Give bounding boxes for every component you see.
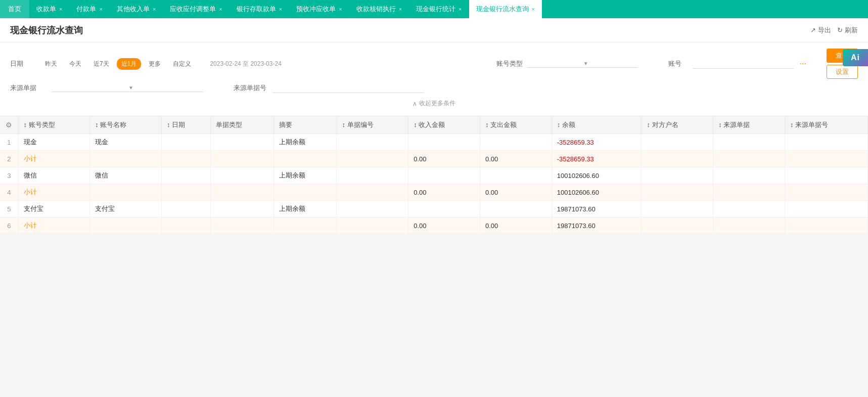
row-expense bbox=[480, 167, 552, 184]
col-doc-no-label: ↕ 单据编号 bbox=[342, 121, 373, 128]
nav-close-receipt[interactable]: × bbox=[59, 6, 62, 12]
date-btn-custom[interactable]: 自定义 bbox=[168, 58, 196, 70]
col-counterpart-label: ↕ 对方户名 bbox=[647, 121, 678, 128]
nav-close-ar-ap[interactable]: × bbox=[219, 6, 222, 12]
date-btn-more[interactable]: 更多 bbox=[144, 58, 165, 70]
nav-close-payment[interactable]: × bbox=[99, 6, 102, 12]
col-income: ↕ 收入金额 bbox=[408, 116, 480, 134]
date-btn-yesterday[interactable]: 昨天 bbox=[40, 58, 62, 70]
row-income bbox=[408, 201, 480, 217]
date-btn-7days[interactable]: 近7天 bbox=[89, 58, 114, 70]
col-source-doc-label: ↕ 来源单据 bbox=[718, 121, 750, 128]
top-navigation: 首页 收款单 × 付款单 × 其他收入单 × 应收应付调整单 × 银行存取款单 … bbox=[0, 0, 868, 18]
date-btn-today[interactable]: 今天 bbox=[65, 58, 86, 70]
settings-button[interactable]: 设置 bbox=[827, 65, 858, 79]
header-actions: ↗ 导出 ↻ 刷新 bbox=[810, 26, 858, 35]
nav-cash-bank-stat[interactable]: 现金银行统计 × bbox=[409, 0, 469, 18]
row-counterpart bbox=[642, 167, 713, 184]
row-account-type: 支付宝 bbox=[18, 201, 90, 217]
collapse-bar[interactable]: ∧ 收起更多条件 bbox=[10, 97, 858, 110]
row-account-name: 微信 bbox=[90, 167, 162, 184]
export-icon: ↗ bbox=[810, 26, 816, 34]
col-doc-type-label: 单据类型 bbox=[216, 121, 242, 128]
row-num: 3 bbox=[0, 167, 18, 184]
source-doc-no-input-wrap bbox=[272, 83, 424, 93]
account-label: 账号 bbox=[668, 59, 689, 68]
nav-home[interactable]: 首页 bbox=[0, 0, 29, 18]
row-summary: 上期余额 bbox=[273, 201, 337, 217]
row-date bbox=[162, 167, 211, 184]
row-source-doc bbox=[713, 217, 785, 234]
col-account-name-label: ↕ 账号名称 bbox=[95, 121, 126, 128]
row-doc-no bbox=[337, 134, 408, 151]
nav-ar-ap-adjust[interactable]: 应收应付调整单 × bbox=[163, 0, 229, 18]
nav-close-flow[interactable]: × bbox=[532, 6, 535, 12]
row-source-doc-no bbox=[785, 151, 867, 167]
nav-cash-bank-flow[interactable]: 现金银行流水查询 × bbox=[469, 0, 542, 18]
account-type-arrow-icon: ▼ bbox=[583, 61, 636, 66]
nav-bank-deposit[interactable]: 银行存取款单 × bbox=[230, 0, 289, 18]
nav-close-verify[interactable]: × bbox=[399, 6, 402, 12]
row-num: 6 bbox=[0, 217, 18, 234]
nav-close-bank-deposit[interactable]: × bbox=[279, 6, 282, 12]
account-input-wrap bbox=[693, 59, 794, 69]
ai-badge[interactable]: Ai bbox=[843, 49, 868, 66]
row-balance: 19871073.60 bbox=[552, 201, 642, 217]
row-doc-type bbox=[211, 151, 274, 167]
nav-other-income[interactable]: 其他收入单 × bbox=[110, 0, 163, 18]
row-num: 5 bbox=[0, 201, 18, 217]
source-doc-label: 来源单据 bbox=[10, 83, 36, 93]
export-button[interactable]: ↗ 导出 bbox=[810, 26, 831, 35]
col-summary: 摘要 bbox=[273, 116, 337, 134]
source-doc-select[interactable]: ▼ bbox=[52, 84, 203, 92]
row-source-doc bbox=[713, 201, 785, 217]
row-balance: 19871073.60 bbox=[552, 217, 642, 234]
date-btn-1month[interactable]: 近1月 bbox=[117, 58, 142, 70]
date-options: 昨天 今天 近7天 近1月 更多 自定义 bbox=[40, 58, 196, 70]
filter-row-date: 日期 昨天 今天 近7天 近1月 更多 自定义 2023-02-24 至 202… bbox=[10, 49, 858, 79]
nav-receipt-verify[interactable]: 收款核销执行 × bbox=[349, 0, 409, 18]
nav-close-stat[interactable]: × bbox=[459, 6, 462, 12]
row-account-name bbox=[90, 184, 162, 201]
filter-row-source: 来源单据 ▼ 来源单据号 bbox=[10, 83, 858, 93]
row-summary: 上期余额 bbox=[273, 167, 337, 184]
row-date bbox=[162, 217, 211, 234]
row-doc-type bbox=[211, 217, 274, 234]
row-balance: 100102606.60 bbox=[552, 167, 642, 184]
account-ellipsis-button[interactable]: ··· bbox=[798, 59, 808, 68]
account-type-select[interactable]: ▼ bbox=[527, 60, 638, 68]
account-input[interactable] bbox=[695, 60, 792, 67]
col-account-type-label: ↕ 账号类型 bbox=[24, 121, 55, 128]
row-expense: 0.00 bbox=[480, 151, 552, 167]
nav-payment[interactable]: 付款单 × bbox=[69, 0, 109, 18]
table-row: 1 现金 现金 上期余额 -3528659.33 bbox=[0, 134, 868, 151]
table-row: 4 小计 0.00 0.00 100102606.60 bbox=[0, 184, 868, 201]
row-summary bbox=[273, 217, 337, 234]
col-counterpart: ↕ 对方户名 bbox=[642, 116, 713, 134]
table-row: 3 微信 微信 上期余额 100102606.60 bbox=[0, 167, 868, 184]
row-counterpart bbox=[642, 151, 713, 167]
row-doc-no bbox=[337, 184, 408, 201]
collapse-icon: ∧ bbox=[413, 100, 417, 107]
row-income bbox=[408, 134, 480, 151]
source-doc-no-input[interactable] bbox=[275, 84, 422, 92]
col-expense: ↕ 支出金额 bbox=[480, 116, 552, 134]
account-type-label: 账号类型 bbox=[496, 59, 523, 68]
row-date bbox=[162, 184, 211, 201]
nav-receipt[interactable]: 收款单 × bbox=[29, 0, 69, 18]
date-label: 日期 bbox=[10, 59, 30, 68]
row-source-doc-no bbox=[785, 184, 867, 201]
row-source-doc bbox=[713, 134, 785, 151]
source-doc-arrow-icon: ▼ bbox=[128, 85, 201, 91]
refresh-button[interactable]: ↻ 刷新 bbox=[837, 26, 858, 35]
table-row: 2 小计 0.00 0.00 -3528659.33 bbox=[0, 151, 868, 167]
nav-close-other-income[interactable]: × bbox=[153, 6, 156, 12]
row-summary bbox=[273, 184, 337, 201]
row-num: 1 bbox=[0, 134, 18, 151]
col-date-label: ↕ 日期 bbox=[167, 121, 185, 128]
row-expense: 0.00 bbox=[480, 217, 552, 234]
table-settings-icon[interactable]: ⚙ bbox=[6, 121, 12, 129]
nav-prepay-offset[interactable]: 预收冲应收单 × bbox=[289, 0, 349, 18]
row-counterpart bbox=[642, 217, 713, 234]
nav-close-prepay[interactable]: × bbox=[339, 6, 342, 12]
